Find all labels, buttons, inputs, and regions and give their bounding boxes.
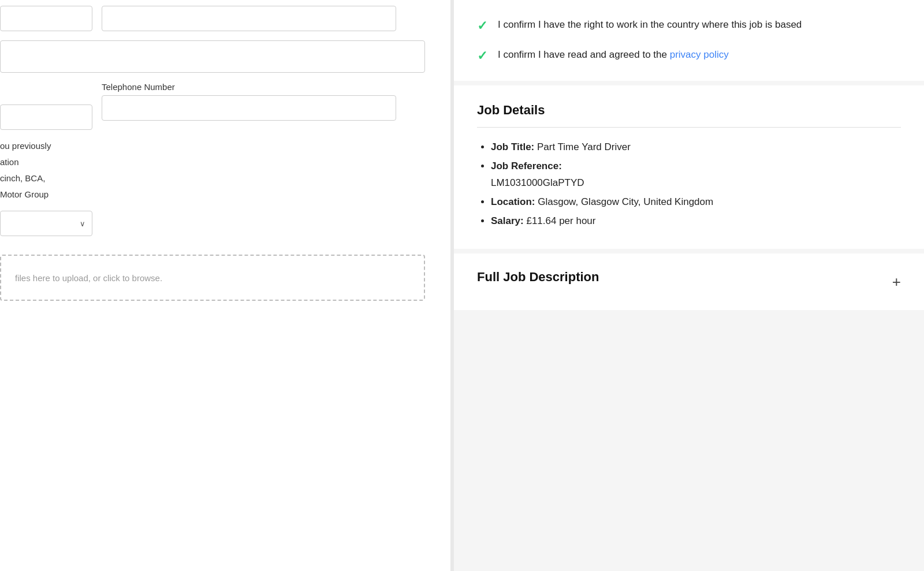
confirm-privacy-text: I confirm I have read and agreed to the … [498,47,729,62]
job-reference-label: Job Reference: [491,161,562,171]
prev-text-2: ation [0,155,433,169]
telephone-input[interactable] [102,95,396,121]
confirm-privacy-item: ✓ I confirm I have read and agreed to th… [477,47,901,64]
file-upload-area[interactable]: files here to upload, or click to browse… [0,255,425,301]
top-input-left[interactable] [0,6,92,31]
right-panel: ✓ I confirm I have the right to work in … [454,0,924,571]
previous-employment-text: ou previously ation cinch, BCA, Motor Gr… [0,139,433,201]
job-details-title: Job Details [477,103,901,118]
job-title-item: Job Title: Part Time Yard Driver [491,139,901,156]
location-label: Location: [491,196,535,207]
checkmark-privacy-icon: ✓ [477,48,487,64]
telephone-row: Telephone Number [0,82,433,130]
job-reference-value: LM1031000GlaPTYD [491,177,584,188]
select-wrapper [0,211,92,236]
salary-value: £11.64 per hour [526,215,595,226]
job-detail-list: Job Title: Part Time Yard Driver Job Ref… [477,139,901,229]
full-input-group [0,40,433,82]
prev-text-3: cinch, BCA, [0,171,433,185]
select-dropdown[interactable] [0,211,92,236]
telephone-group: Telephone Number [102,82,396,121]
location-field-group [0,105,92,130]
top-input-right[interactable] [102,6,396,31]
full-width-input[interactable] [0,40,425,73]
job-title-value: Part Time Yard Driver [537,141,631,152]
confirm-work-rights-text: I confirm I have the right to work in th… [498,17,802,32]
privacy-policy-link[interactable]: privacy policy [670,49,729,60]
job-details-divider [477,127,901,128]
job-title-label: Job Title: [491,141,534,152]
telephone-label: Telephone Number [102,82,396,92]
top-inputs-row [0,0,433,31]
prev-text-4: Motor Group [0,188,433,201]
prev-text-1: ou previously [0,139,433,153]
confirm-work-rights-item: ✓ I confirm I have the right to work in … [477,17,901,33]
left-panel: Telephone Number ou previously ation cin… [0,0,450,571]
job-reference-item: Job Reference: LM1031000GlaPTYD [491,158,901,192]
location-input[interactable] [0,105,92,130]
job-details-section: Job Details Job Title: Part Time Yard Dr… [454,85,924,249]
upload-text: files here to upload, or click to browse… [15,273,162,283]
full-job-header: Full Job Description + [477,270,901,294]
confirm-privacy-before: I confirm I have read and agreed to the [498,49,670,60]
location-item: Location: Glasgow, Glasgow City, United … [491,194,901,211]
confirmation-section: ✓ I confirm I have the right to work in … [454,0,924,81]
location-value: Glasgow, Glasgow City, United Kingdom [538,196,713,207]
page-container: Telephone Number ou previously ation cin… [0,0,924,571]
checkmark-work-rights-icon: ✓ [477,18,487,33]
full-job-title: Full Job Description [477,270,599,285]
salary-label: Salary: [491,215,524,226]
full-job-description-section: Full Job Description + [454,253,924,310]
expand-icon[interactable]: + [892,273,901,291]
salary-item: Salary: £11.64 per hour [491,213,901,230]
